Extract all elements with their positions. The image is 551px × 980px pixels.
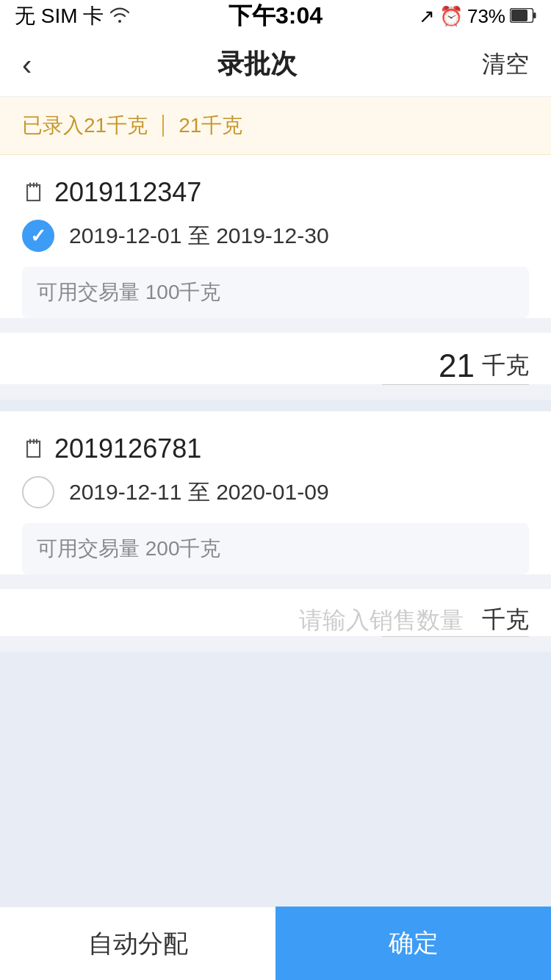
info-bar: 已录入21千克 21千克 — [0, 97, 551, 155]
back-button[interactable]: ‹ — [22, 50, 32, 79]
batch1-qty-row: 21 千克 — [0, 333, 551, 384]
batch-item-1: 🗒 2019112347 2019-12-01 至 2019-12-30 可用交… — [0, 155, 551, 318]
batch1-qty-value: 21 — [439, 347, 475, 384]
batch1-number: 2019112347 — [54, 177, 201, 208]
nav-bar: ‹ 录批次 清空 — [0, 32, 551, 97]
location-icon: ↗ — [419, 5, 435, 28]
batch2-number: 2019126781 — [54, 433, 201, 464]
battery-text: 73% — [467, 5, 505, 28]
batch1-qty-unit: 千克 — [482, 350, 529, 382]
status-right: ↗ ⏰ 73% — [419, 5, 536, 28]
batch2-icon: 🗒 — [22, 435, 47, 464]
status-time: 下午3:04 — [228, 0, 323, 32]
batch1-qty-divider — [382, 384, 529, 385]
batch1-avail: 可用交易量 100千克 — [22, 267, 529, 318]
svg-rect-1 — [533, 12, 536, 18]
status-left: 无 SIM 卡 — [15, 2, 130, 30]
confirm-button[interactable]: 确定 — [276, 907, 551, 980]
batch2-input-row: 千克 — [0, 589, 551, 636]
svg-rect-2 — [511, 10, 527, 21]
batch1-radio[interactable] — [22, 220, 54, 252]
batch2-date: 2019-12-11 至 2020-01-09 — [69, 478, 329, 508]
clock-icon: ⏰ — [439, 5, 463, 28]
clear-button[interactable]: 清空 — [482, 48, 529, 81]
battery-icon — [510, 5, 536, 28]
recorded-text: 已录入21千克 — [22, 112, 148, 140]
batch1-date: 2019-12-01 至 2019-12-30 — [69, 221, 329, 251]
total-text: 21千克 — [179, 112, 242, 140]
batch2-qty-input[interactable] — [284, 607, 475, 634]
batch2-avail: 可用交易量 200千克 — [22, 523, 529, 574]
status-bar: 无 SIM 卡 下午3:04 ↗ ⏰ 73% — [0, 0, 551, 32]
batch2-radio[interactable] — [22, 476, 54, 508]
auto-distribute-button[interactable]: 自动分配 — [0, 907, 276, 980]
batch2-input-divider — [382, 636, 529, 637]
batch-item-2: 🗒 2019126781 2019-12-11 至 2020-01-09 可用交… — [0, 411, 551, 574]
batch1-date-row: 2019-12-01 至 2019-12-30 — [22, 220, 529, 267]
carrier-text: 无 SIM 卡 — [15, 2, 104, 30]
batch2-input-unit: 千克 — [482, 604, 529, 636]
info-divider — [162, 115, 164, 137]
wifi-icon — [109, 4, 130, 28]
batch2-header: 🗒 2019126781 — [22, 433, 529, 464]
batch2-date-row: 2019-12-11 至 2020-01-09 — [22, 476, 529, 523]
section-separator — [0, 400, 551, 411]
batch1-icon: 🗒 — [22, 179, 47, 207]
page-title: 录批次 — [217, 46, 297, 82]
bottom-bar: 自动分配 确定 — [0, 907, 551, 980]
batch1-header: 🗒 2019112347 — [22, 177, 529, 208]
